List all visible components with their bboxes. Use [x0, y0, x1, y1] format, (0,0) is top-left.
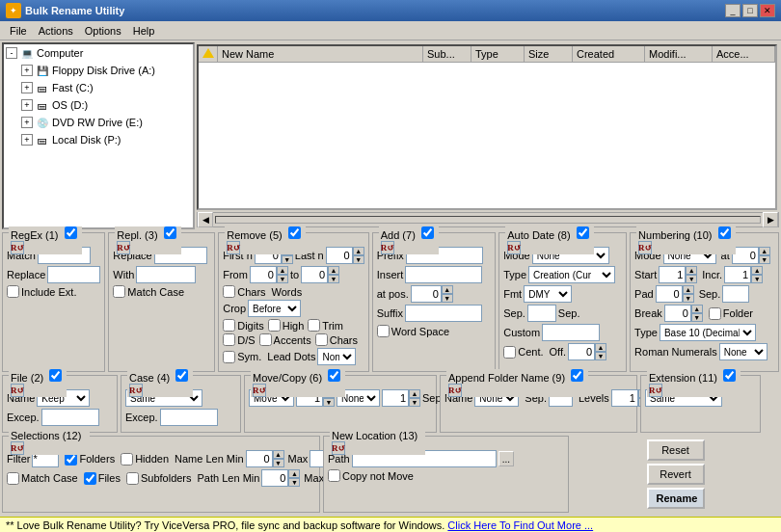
- add-suffix-input[interactable]: [405, 305, 482, 322]
- add-at-pos-down[interactable]: ▼: [442, 294, 453, 303]
- newloc-browse-btn[interactable]: ...: [498, 451, 514, 466]
- numbering-start-up[interactable]: ▲: [686, 266, 697, 275]
- movecopy-checkbox[interactable]: [328, 369, 340, 382]
- folder-tree[interactable]: - 💻 Computer + 💾 Floppy Disk Drive (A:) …: [2, 42, 195, 229]
- numbering-incr-down[interactable]: ▼: [751, 275, 763, 283]
- maximize-button[interactable]: □: [742, 4, 758, 17]
- rename-button[interactable]: Rename: [647, 488, 705, 509]
- autodate-off-input[interactable]: [568, 343, 595, 360]
- hscrollbar[interactable]: ◀ ▶: [197, 212, 779, 227]
- repl-match-case-label[interactable]: Match Case: [113, 285, 184, 298]
- file-list[interactable]: New Name Sub... Type Size Created Modifi…: [197, 44, 777, 210]
- expand-local-p[interactable]: +: [21, 134, 33, 146]
- numbering-pad-up[interactable]: ▲: [683, 285, 694, 294]
- newloc-copy-not-move-cb[interactable]: [328, 469, 340, 482]
- add-at-pos-up[interactable]: ▲: [442, 285, 453, 294]
- remove-digits-label[interactable]: Digits: [223, 319, 264, 332]
- remove-from-down[interactable]: ▼: [277, 275, 288, 283]
- sel-name-len-min-down[interactable]: ▼: [273, 459, 284, 467]
- remove-crop-select[interactable]: Before After: [248, 300, 301, 317]
- remove-high-label[interactable]: High: [268, 319, 305, 332]
- sel-name-len-min-input[interactable]: [246, 450, 273, 467]
- sel-hidden-cb[interactable]: [121, 453, 133, 466]
- autodate-cent-label[interactable]: Cent.: [503, 346, 543, 359]
- numbering-roman-select[interactable]: None: [719, 343, 768, 360]
- expand-floppy[interactable]: +: [21, 65, 33, 76]
- revert-button[interactable]: Revert: [647, 464, 705, 485]
- sel-subfolders-cb[interactable]: [126, 472, 139, 485]
- numbering-at-input[interactable]: [732, 247, 759, 264]
- expand-fast-c[interactable]: +: [21, 82, 33, 93]
- sel-path-len-min-down[interactable]: ▼: [288, 478, 300, 487]
- col-modified[interactable]: Modifi...: [645, 46, 713, 62]
- remove-ds-label[interactable]: D/S: [223, 333, 255, 346]
- regex-include-ext-cb[interactable]: [7, 285, 19, 298]
- sel-name-len-min-up[interactable]: ▲: [273, 450, 284, 459]
- numbering-pad-down[interactable]: ▼: [683, 294, 694, 303]
- expand-dvd-e[interactable]: +: [21, 117, 33, 128]
- add-insert-input[interactable]: [405, 266, 482, 283]
- numbering-incr-input[interactable]: [724, 266, 751, 283]
- repl-r-btn[interactable]: R↺: [117, 241, 130, 254]
- remove-last-n-input[interactable]: [326, 247, 353, 264]
- numbering-incr-up[interactable]: ▲: [751, 266, 763, 275]
- add-at-pos-input[interactable]: [411, 285, 442, 303]
- remove-chars-cb[interactable]: [223, 285, 235, 298]
- append-checkbox[interactable]: [571, 369, 583, 382]
- add-checkbox[interactable]: [421, 226, 434, 239]
- numbering-start-down[interactable]: ▼: [686, 275, 697, 283]
- col-sub[interactable]: Sub...: [423, 46, 471, 62]
- scroll-right-btn[interactable]: ▶: [763, 212, 778, 227]
- remove-trim-label[interactable]: Trim: [308, 319, 343, 332]
- tree-item-floppy[interactable]: + 💾 Floppy Disk Drive (A:): [4, 62, 193, 79]
- autodate-off-down[interactable]: ▼: [595, 352, 606, 360]
- expand-os-d[interactable]: +: [21, 99, 33, 111]
- col-size[interactable]: Size: [525, 46, 573, 62]
- selections-r-btn[interactable]: R↺: [11, 441, 24, 455]
- autodate-custom-input[interactable]: [542, 324, 600, 341]
- remove-chars2-label[interactable]: Chars: [315, 333, 358, 346]
- autodate-off-up[interactable]: ▲: [595, 343, 606, 352]
- remove-chars2-cb[interactable]: [315, 333, 328, 346]
- add-word-space-cb[interactable]: [377, 325, 390, 337]
- menu-help[interactable]: Help: [127, 24, 161, 38]
- movecopy-r-btn[interactable]: R↺: [253, 384, 266, 397]
- sel-match-case-label[interactable]: Match Case: [7, 472, 78, 485]
- file-except-input[interactable]: [41, 409, 99, 426]
- remove-from-input[interactable]: [250, 266, 277, 283]
- tree-item-dvd-e[interactable]: + 💿 DVD RW Drive (E:): [4, 114, 193, 131]
- remove-checkbox[interactable]: [288, 226, 301, 239]
- remove-ds-cb[interactable]: [223, 333, 235, 346]
- repl-checkbox[interactable]: [164, 226, 176, 239]
- newloc-r-btn[interactable]: R↺: [332, 441, 345, 455]
- movecopy-down2[interactable]: ▼: [409, 398, 420, 407]
- autodate-sep-input[interactable]: [527, 305, 556, 322]
- movecopy-up2[interactable]: ▲: [409, 389, 420, 398]
- menu-options[interactable]: Options: [79, 24, 127, 38]
- numbering-break-up[interactable]: ▲: [691, 305, 703, 313]
- numbering-folder-label[interactable]: Folder: [709, 307, 753, 320]
- remove-lead-dots-select[interactable]: Non.: [317, 348, 356, 365]
- menu-actions[interactable]: Actions: [33, 24, 79, 38]
- append-r-btn[interactable]: R↺: [448, 384, 462, 397]
- remove-sym-cb[interactable]: [223, 351, 235, 363]
- regex-r-btn[interactable]: R↺: [11, 241, 24, 254]
- remove-to-down[interactable]: ▼: [328, 275, 339, 283]
- autodate-type-select[interactable]: Creation (Cur: [528, 266, 615, 283]
- file-checkbox[interactable]: [49, 369, 62, 382]
- remove-first-n-down[interactable]: ▼: [282, 255, 293, 264]
- info-bar-link[interactable]: Click Here To Find Out More ...: [447, 519, 593, 531]
- numbering-pad-input[interactable]: [656, 285, 683, 303]
- tree-item-fast-c[interactable]: + 🖴 Fast (C:): [4, 79, 193, 96]
- numbering-at-down[interactable]: ▼: [759, 255, 770, 264]
- remove-from-up[interactable]: ▲: [277, 266, 288, 275]
- ext-checkbox[interactable]: [723, 369, 736, 382]
- append-levels-input[interactable]: [611, 389, 638, 407]
- sel-match-case-cb[interactable]: [7, 472, 19, 485]
- remove-digits-cb[interactable]: [223, 319, 235, 332]
- numbering-break-input[interactable]: [664, 305, 691, 322]
- tree-item-computer[interactable]: - 💻 Computer: [4, 44, 193, 62]
- reset-button[interactable]: Reset: [647, 439, 705, 461]
- regex-include-ext-label[interactable]: Include Ext.: [7, 285, 76, 298]
- movecopy-input2[interactable]: [382, 389, 409, 407]
